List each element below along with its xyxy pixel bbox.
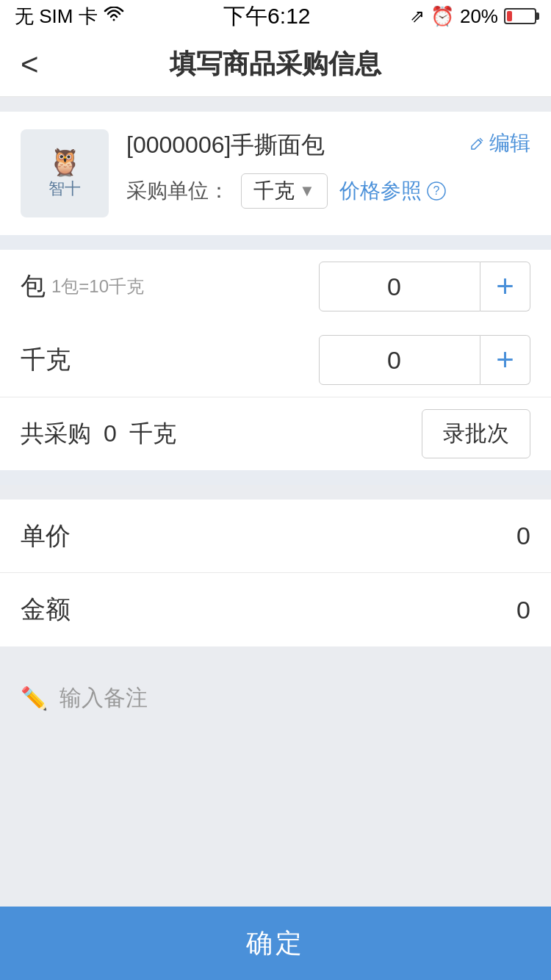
product-header: [0000006]手撕面包 编辑 xyxy=(126,129,530,162)
pencil-icon: ✏️ xyxy=(21,685,48,711)
product-info: [0000006]手撕面包 编辑 采购单位： 千克 ▼ 价格参照 xyxy=(126,129,530,209)
bao-quantity-input[interactable] xyxy=(319,262,480,311)
unit-price-row: 单价 0 xyxy=(0,500,551,573)
amount-row: 金额 0 xyxy=(0,573,551,646)
back-button[interactable]: < xyxy=(21,47,39,82)
kg-plus-button[interactable]: + xyxy=(480,335,530,385)
edit-button[interactable]: 编辑 xyxy=(469,129,530,157)
kg-quantity-wrapper: + xyxy=(319,335,530,385)
unit-price-value: 0 xyxy=(516,522,530,550)
purchase-unit-label: 采购单位： xyxy=(126,177,229,205)
bao-input-row: 包 1包=10千克 + xyxy=(0,250,551,323)
remarks-section[interactable]: ✏️ 输入备注 xyxy=(0,661,551,735)
divider-1 xyxy=(0,235,551,250)
wifi-icon xyxy=(104,5,124,28)
bao-plus-button[interactable]: + xyxy=(480,262,530,311)
page-title: 填写商品采购信息 xyxy=(170,46,381,82)
product-card: 🦉 智十 [0000006]手撕面包 编辑 采购单位： 千克 xyxy=(0,112,551,235)
summary-text: 共采购 0 千克 xyxy=(21,418,176,450)
bao-label: 包 xyxy=(21,270,46,303)
kg-label: 千克 xyxy=(21,343,71,377)
alarm-icon: ⏰ xyxy=(431,5,454,28)
batch-button[interactable]: 录批次 xyxy=(422,409,530,458)
confirm-button[interactable]: 确定 xyxy=(0,907,551,980)
battery-icon xyxy=(504,8,536,24)
amount-value: 0 xyxy=(516,596,530,624)
product-image: 🦉 智十 xyxy=(21,129,109,217)
product-logo: 🦉 xyxy=(48,147,82,178)
svg-text:?: ? xyxy=(433,184,439,197)
carrier-label: 无 SIM 卡 xyxy=(15,4,98,29)
dropdown-arrow-icon: ▼ xyxy=(299,181,315,201)
unit-select[interactable]: 千克 ▼ xyxy=(241,173,328,209)
bao-quantity-wrapper: + xyxy=(319,262,530,311)
battery-percent: 20% xyxy=(460,5,498,28)
status-bar: 无 SIM 卡 下午6:12 ⇗ ⏰ 20% xyxy=(0,0,551,32)
kg-quantity-input[interactable] xyxy=(319,335,480,385)
summary-row: 共采购 0 千克 录批次 xyxy=(0,397,551,470)
status-bar-right: ⇗ ⏰ 20% xyxy=(410,5,536,28)
price-reference-button[interactable]: 价格参照 ? xyxy=(339,177,447,205)
bao-input-section: 包 1包=10千克 + xyxy=(0,250,551,323)
kg-input-row: 千克 + xyxy=(0,323,551,397)
kg-input-section: 千克 + xyxy=(0,323,551,397)
location-icon: ⇗ xyxy=(410,6,425,26)
remarks-placeholder: 输入备注 xyxy=(60,683,148,713)
nav-bar: < 填写商品采购信息 xyxy=(0,32,551,97)
status-bar-time: 下午6:12 xyxy=(223,1,310,32)
divider-2 xyxy=(0,470,551,485)
status-bar-left: 无 SIM 卡 xyxy=(15,4,124,29)
purchase-unit-row: 采购单位： 千克 ▼ 价格参照 ? xyxy=(126,173,530,209)
amount-label: 金额 xyxy=(21,593,71,627)
bao-sub-label: 1包=10千克 xyxy=(51,275,144,298)
unit-price-label: 单价 xyxy=(21,519,71,553)
price-section: 单价 0 金额 0 xyxy=(0,500,551,646)
product-name: [0000006]手撕面包 xyxy=(126,129,325,162)
